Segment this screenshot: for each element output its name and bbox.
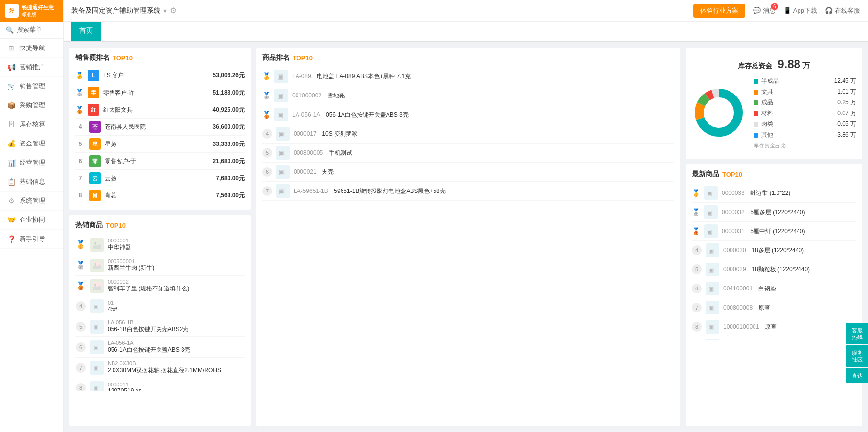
new-product-item: 6 ▣ 004100001 白钢垫 (692, 279, 856, 298)
svg-text:▣: ▣ (708, 305, 714, 312)
customer-rank-title: 销售额排名 TOP10 (75, 53, 245, 62)
svg-text:▣: ▣ (707, 209, 712, 216)
svg-text:▣: ▣ (708, 247, 714, 254)
messages-btn[interactable]: 💬 消息 6 (753, 6, 776, 15)
experience-btn[interactable]: 体验行业方案 (693, 4, 745, 18)
svg-point-5 (94, 284, 96, 286)
product-rank-item: 7 ▣ LA-59651-1B 59651-1B旋转投影灯电池盒ABS黑色+58… (262, 182, 674, 201)
sidebar-item-system[interactable]: ⚙ 系统管理 (0, 192, 63, 211)
messages-icon: 💬 (753, 7, 761, 14)
donut-chart (692, 86, 746, 141)
hot-products-list: 🥇 0000001 中华神器 🥈 000500001 新西兰牛肉 (新牛) 🥉 … (75, 235, 245, 391)
svg-point-3 (94, 263, 96, 265)
sidebar-item-operations[interactable]: 📊 经营管理 (0, 153, 63, 172)
mid-column: 商品排名 TOP10 🥇 ▣ LA-089 电池盖 LA-089 ABS本色+黑… (256, 48, 680, 426)
system-icon: ⚙ (7, 196, 16, 205)
new-products-list: 🥇 ▣ 0000033 封边带 (1.0*22) 🥈 ▣ 0000032 5厘多… (692, 184, 856, 340)
legend-item: 其他 -3.86 万 (754, 131, 856, 139)
hot-product-item: 🥉 0000002 智利车子里 (规格不知道填什么) (75, 276, 245, 296)
hot-product-item: 5 ▣ LA-056-1B 056-1B白色按键开关壳ABS2壳 (75, 316, 245, 337)
sidebar-item-cooperation[interactable]: 🤝 企业协同 (0, 211, 63, 230)
sidebar-item-guide[interactable]: ❓ 新手引导 (0, 230, 63, 249)
app-logo: 好 畅捷通好生意 标准版 (0, 0, 63, 22)
hot-product-item: 8 ▣ 0000011 12070519-xs (75, 378, 245, 391)
direct-btn[interactable]: 直达 (846, 368, 868, 383)
legend-item: 材料 0.07 万 (754, 109, 856, 118)
legend-item: 半成品 12.45 万 (754, 77, 856, 85)
svg-text:▣: ▣ (708, 266, 714, 273)
svg-text:▣: ▣ (279, 149, 285, 157)
sidebar-item-sales[interactable]: 🛒 销售管理 (0, 77, 63, 96)
product-rank-list: 🥇 ▣ LA-089 电池盖 LA-089 ABS本色+黑种 7.1克 🥈 ▣ … (262, 67, 674, 201)
system-title: 装备及固定资产辅助管理系统 ▾ ⚙ (71, 6, 688, 15)
svg-point-1 (94, 242, 96, 244)
new-products-title: 最新商品 TOP10 (692, 170, 856, 179)
settings-icon[interactable]: ⚙ (170, 6, 177, 15)
sidebar-item-inventory[interactable]: 🗄 库存核算 (0, 115, 63, 134)
inventory-card: 库存总资金 9.88 万 (686, 48, 862, 159)
donut-wrap: 半成品 12.45 万 文具 1.01 万 成品 0.25 万 材料 0.07 … (692, 73, 856, 153)
dropdown-icon[interactable]: ▾ (163, 7, 167, 15)
page-tabs: 首页 (64, 22, 868, 42)
legend-item: 肉类 -0.05 万 (754, 120, 856, 128)
page-body: 销售额排名 TOP10 🥇 L LS 客户 53,006.26元 🥈 零 零售客… (64, 42, 868, 432)
search-icon: 🔍 (6, 26, 14, 34)
service-community-btn[interactable]: 服务 社区 (846, 345, 868, 367)
customer-rank-item: 5 星 星扬 33,333.00元 (75, 136, 245, 153)
hot-products-title: 热销商品 TOP10 (75, 221, 245, 230)
svg-text:▣: ▣ (277, 73, 283, 80)
customer-rank-item: 8 肖 肖总 7,563.00元 (75, 187, 245, 204)
customer-rank-item: 7 云 云扬 7,680.00元 (75, 170, 245, 187)
product-rank-item: 🥈 ▣ 001000002 雪地靴 (262, 86, 674, 105)
sidebar: 好 畅捷通好生意 标准版 🔍 搜索菜单 ⊞ 快捷导航 📢 营销推广 🛒 销售管理… (0, 0, 64, 432)
product-rank-item: 4 ▣ 0000017 10S 变刹罗浆 (262, 124, 674, 144)
topbar-actions: 体验行业方案 💬 消息 6 📱 App下载 🎧 在线客服 (693, 4, 860, 18)
cooperation-icon: 🤝 (7, 216, 16, 224)
svg-text:▣: ▣ (279, 188, 285, 195)
home-icon: ⊞ (7, 44, 16, 52)
guide-icon: ❓ (7, 235, 16, 243)
inventory-icon: 🗄 (7, 120, 16, 129)
tab-home[interactable]: 首页 (71, 22, 101, 41)
purchase-icon: 📦 (7, 101, 16, 110)
phone-icon: 📱 (783, 7, 791, 14)
svg-text:▣: ▣ (707, 190, 712, 197)
svg-text:▣: ▣ (94, 385, 98, 391)
right-column: 库存总资金 9.88 万 (686, 48, 862, 426)
customer-rank-item: 🥇 L LS 客户 53,006.26元 (75, 67, 245, 84)
app-download-btn[interactable]: 📱 App下载 (783, 6, 817, 15)
headset-icon: 🎧 (825, 7, 833, 14)
main-container: 装备及固定资产辅助管理系统 ▾ ⚙ 体验行业方案 💬 消息 6 📱 App下载 … (64, 0, 868, 432)
customer-rank-item: 🥈 零 零售客户-许 51,183.00元 (75, 84, 245, 101)
hot-product-item: 4 ▣ 01 45# (75, 296, 245, 316)
search-menu[interactable]: 🔍 搜索菜单 (0, 22, 63, 39)
logo-text: 畅捷通好生意 标准版 (22, 4, 54, 17)
new-products-card: 最新商品 TOP10 🥇 ▣ 0000033 封边带 (1.0*22) 🥈 ▣ … (686, 164, 862, 426)
svg-text:▣: ▣ (94, 304, 98, 309)
new-product-item: 🥉 ▣ 0000031 5厘中纤 (1220*2440) (692, 222, 856, 241)
product-rank-item: 🥉 ▣ LA-056-1A 056-1A白色按键开关盖ABS 3壳 (262, 105, 674, 124)
new-product-item: 7 ▣ 000800008 原查 (692, 298, 856, 317)
customer-rank-list: 🥇 L LS 客户 53,006.26元 🥈 零 零售客户-许 51,183.0… (75, 67, 245, 204)
product-rank-item: 6 ▣ 0000021 夹壳 (262, 163, 674, 182)
customer-rank-card: 销售额排名 TOP10 🥇 L LS 客户 53,006.26元 🥈 零 零售客… (69, 48, 251, 210)
sidebar-item-quick-nav[interactable]: ⊞ 快捷导航 (0, 39, 63, 58)
sidebar-item-purchase[interactable]: 📦 采购管理 (0, 96, 63, 115)
sidebar-item-basics[interactable]: 📋 基础信息 (0, 172, 63, 192)
hot-product-item: 6 ▣ LA-056-1A 056-1A白色按键开关盖ABS 3壳 (75, 337, 245, 358)
sidebar-item-marketing[interactable]: 📢 营销推广 (0, 58, 63, 77)
hot-product-item: 🥇 0000001 中华神器 (75, 235, 245, 255)
new-product-item: 🥇 ▣ 0000033 封边带 (1.0*22) (692, 184, 856, 203)
online-service-btn[interactable]: 🎧 在线客服 (825, 6, 860, 15)
svg-text:▣: ▣ (279, 130, 285, 138)
legend-item: 文具 1.01 万 (754, 88, 856, 96)
sidebar-item-finance[interactable]: 💰 资金管理 (0, 134, 63, 153)
marketing-icon: 📢 (7, 63, 16, 72)
product-rank-title: 商品排名 TOP10 (262, 53, 674, 62)
customer-service-btn[interactable]: 客服 热线 (846, 323, 868, 345)
basics-icon: 📋 (7, 177, 16, 186)
svg-text:▣: ▣ (708, 324, 714, 331)
svg-text:▣: ▣ (277, 92, 283, 99)
new-product-item: 8 ▣ 10000100001 原查 (692, 317, 856, 336)
legend-item: 成品 0.25 万 (754, 98, 856, 107)
